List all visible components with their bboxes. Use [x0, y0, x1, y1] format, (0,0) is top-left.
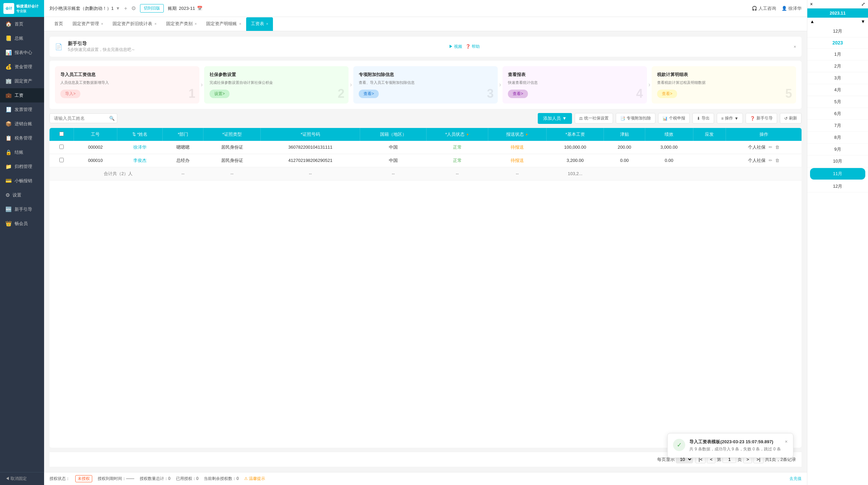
- special-deduction-label: 专项附加扣除: [627, 115, 651, 121]
- operations-button[interactable]: ≡ 操作 ▼: [717, 113, 743, 124]
- status-filter-icon[interactable]: ▼: [466, 133, 469, 136]
- tab-home[interactable]: 首页: [50, 17, 68, 31]
- sidebar-item-fixed-assets[interactable]: 🏢 固定资产: [0, 74, 44, 88]
- sidebar-item-inventory[interactable]: 📦 进销台账: [0, 117, 44, 131]
- tab-salary-close[interactable]: ×: [266, 22, 268, 26]
- step3-num: 3: [487, 87, 494, 101]
- tab-fixed-assets[interactable]: 固定资产管理 ×: [68, 17, 108, 31]
- year-2023[interactable]: 2023: [807, 37, 868, 49]
- panel-expand-button[interactable]: ⤢: [861, 1, 865, 7]
- tab-salary[interactable]: 工资表 ×: [246, 17, 273, 31]
- month-jan[interactable]: 1月: [807, 49, 868, 60]
- footer-id-type: --: [203, 167, 261, 180]
- month-jun[interactable]: 6月: [807, 108, 868, 120]
- tax-report-icon: 📊: [663, 116, 668, 121]
- toast-close-button[interactable]: ×: [785, 439, 788, 444]
- row1-edit-icon[interactable]: ✏: [769, 145, 772, 150]
- sidebar-item-salary[interactable]: 💼 工资: [0, 88, 44, 102]
- row1-checkbox[interactable]: [50, 141, 74, 154]
- add-employee-button[interactable]: 添加人员 ▼: [538, 113, 572, 124]
- guide-title: 新手引导: [68, 41, 135, 47]
- year-panel: × ⤢ 2023.11 ▲ ▼ 12月 2023 1月 2月 3月 4月 5月 …: [807, 0, 868, 485]
- sidebar-item-reports[interactable]: 📊 报表中心: [0, 45, 44, 60]
- footer-status: --: [427, 167, 488, 180]
- sidebar-item-invoice[interactable]: 🧾 发票管理: [0, 102, 44, 117]
- export-button[interactable]: ⬇ 导出: [692, 113, 714, 124]
- month-dec[interactable]: 12月: [807, 181, 868, 192]
- tab-category[interactable]: 固定资产类别 ×: [161, 17, 201, 31]
- sidebar-item-member[interactable]: 👑 畅会员: [0, 217, 44, 231]
- sidebar-item-settings[interactable]: ⚙ 设置: [0, 188, 44, 202]
- special-deduction-button[interactable]: 📑 专项附加扣除: [616, 113, 655, 124]
- sidebar-item-expense[interactable]: 💳 小畅报销: [0, 174, 44, 188]
- recharge-button[interactable]: 去充值: [789, 476, 802, 482]
- settings-icon: ⚙: [5, 192, 10, 198]
- sidebar-item-home[interactable]: 🏠 首页: [0, 17, 44, 31]
- tab-depreciation[interactable]: 固定资产折旧统计表 ×: [108, 17, 161, 31]
- row2-delete-icon[interactable]: 🗑: [775, 158, 780, 163]
- sidebar-item-ledger[interactable]: 📒 总账: [0, 31, 44, 45]
- guide-help-link[interactable]: ❓ 帮助: [466, 44, 480, 50]
- tab-detail-close[interactable]: ×: [239, 22, 241, 26]
- unpin-button[interactable]: ◀ 取消固定: [0, 472, 44, 485]
- account-settings-button[interactable]: ⚙: [131, 5, 136, 12]
- period-value: 2023-11: [179, 6, 195, 11]
- new-guide-button[interactable]: ❓ 新手引导: [746, 113, 777, 124]
- row2-social-security-link[interactable]: 个人社保: [748, 158, 766, 163]
- tab-fixed-assets-close[interactable]: ×: [101, 22, 103, 26]
- tab-depreciation-close[interactable]: ×: [154, 22, 156, 26]
- tab-detail[interactable]: 固定资产明细账 ×: [201, 17, 246, 31]
- social-security-button[interactable]: ⚖ 统一社保设置: [575, 113, 613, 124]
- guide-video-link[interactable]: ▶ 视频: [449, 44, 462, 50]
- add-account-button[interactable]: +: [124, 5, 127, 12]
- sidebar-item-tax[interactable]: 📋 税务管理: [0, 131, 44, 145]
- user-menu[interactable]: 👤 徐泽华: [782, 5, 802, 12]
- step3-btn[interactable]: 查看>: [359, 90, 379, 98]
- row2-checkbox[interactable]: [50, 154, 74, 167]
- month-jul[interactable]: 7月: [807, 120, 868, 132]
- month-dec-prev[interactable]: 12月: [807, 25, 868, 37]
- row2-edit-icon[interactable]: ✏: [769, 158, 772, 163]
- period-selector[interactable]: 账期 2023-11 📅: [168, 5, 202, 12]
- year-up-button[interactable]: ▲: [810, 19, 814, 24]
- consult-button[interactable]: 🎧 人工咨询: [752, 5, 776, 12]
- month-may[interactable]: 5月: [807, 96, 868, 108]
- step1-btn[interactable]: 导入>: [60, 90, 80, 98]
- step5-btn[interactable]: 查看>: [657, 90, 677, 98]
- account-selector[interactable]: 刘小艳演示账套（勿删勿动！）1 ▼: [50, 5, 120, 12]
- panel-close-button[interactable]: ×: [810, 1, 813, 7]
- search-input[interactable]: [50, 113, 117, 123]
- month-oct[interactable]: 10月: [807, 155, 868, 167]
- tax-report-button[interactable]: 📊 个税申报: [658, 113, 690, 124]
- month-aug[interactable]: 8月: [807, 132, 868, 144]
- consult-icon: 🎧: [752, 6, 757, 11]
- year-down-button[interactable]: ▼: [861, 19, 865, 24]
- report-filter-icon[interactable]: ▼: [525, 133, 528, 136]
- month-nov[interactable]: 11月: [810, 168, 865, 180]
- sidebar-item-close[interactable]: 🔒 结账: [0, 145, 44, 160]
- tab-category-close[interactable]: ×: [195, 22, 197, 26]
- select-all-checkbox[interactable]: [59, 132, 64, 136]
- table-header-name[interactable]: ⇅ *姓名: [117, 128, 162, 141]
- switch-version-button[interactable]: 切到旧版: [140, 4, 164, 13]
- sidebar-item-archive[interactable]: 📁 归档管理: [0, 160, 44, 174]
- toast-desc: 共 9 条数据，成功导入 9 条，失败 0 条，跳过 0 条: [689, 446, 781, 452]
- app-name: 畅捷通好会计 专业版: [16, 4, 39, 13]
- row2-name[interactable]: 李俊杰: [117, 154, 162, 167]
- month-mar[interactable]: 3月: [807, 72, 868, 84]
- table-header-checkbox[interactable]: [50, 128, 74, 141]
- row1-social-security-link[interactable]: 个人社保: [748, 145, 766, 150]
- month-apr[interactable]: 4月: [807, 84, 868, 96]
- row1-name[interactable]: 徐泽华: [117, 141, 162, 154]
- sidebar-item-finance[interactable]: 💰 资金管理: [0, 60, 44, 74]
- row1-delete-icon[interactable]: 🗑: [775, 145, 780, 150]
- month-sep[interactable]: 9月: [807, 144, 868, 155]
- step4-btn[interactable]: 查看>: [508, 90, 528, 98]
- sidebar-item-guide[interactable]: 🆕 新手引导: [0, 202, 44, 217]
- refresh-button[interactable]: ↺ 刷新: [780, 113, 802, 124]
- month-feb[interactable]: 2月: [807, 60, 868, 72]
- step1-desc: 人员信息及工资数据新增导入: [60, 80, 194, 86]
- step2-btn[interactable]: 设置>: [210, 90, 230, 98]
- row1-nationality: 中国: [360, 141, 427, 154]
- guide-close-button[interactable]: ×: [793, 44, 796, 49]
